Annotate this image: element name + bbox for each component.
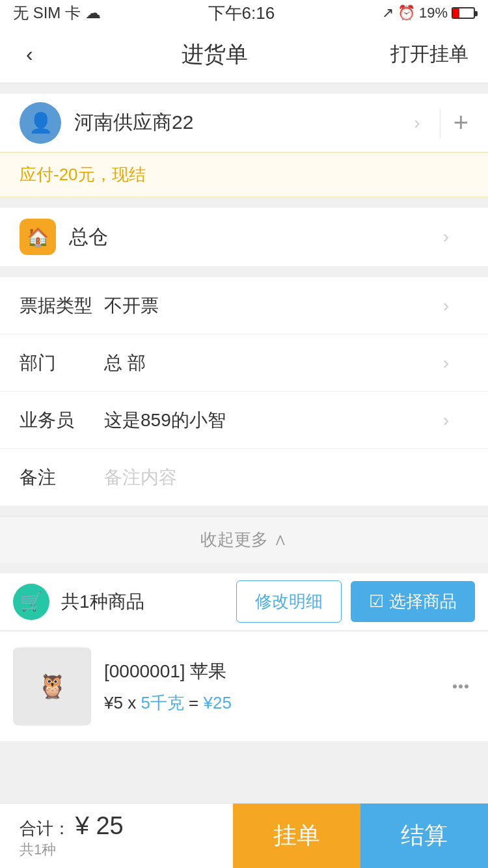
product-info: [0000001] 苹果 ¥5 x 5千克 = ¥25: [104, 659, 446, 714]
page-title: 进货单: [182, 40, 248, 70]
chevron-right-icon: ›: [443, 410, 449, 431]
unit-price: ¥5: [104, 693, 123, 712]
product-count: 共1种商品: [61, 590, 236, 614]
chevron-right-icon: ›: [443, 295, 449, 316]
supplier-card: 👤 河南供应商22 › + 应付-20元，现结: [0, 94, 488, 197]
staff-label: 业务员: [20, 408, 98, 433]
note-row[interactable]: 备注 备注内容: [0, 448, 488, 506]
alarm-icon: ⏰: [398, 5, 415, 21]
warehouse-card[interactable]: 🏠 总仓 ›: [0, 208, 488, 266]
multiply-sign: x: [128, 693, 141, 712]
back-button[interactable]: ‹: [20, 36, 40, 73]
total-amount: ¥ 25: [75, 812, 124, 839]
select-icon: ☑: [369, 591, 384, 612]
chevron-right-icon: ›: [414, 113, 420, 133]
location-icon: ↗: [382, 5, 394, 21]
sim-status: 无 SIM 卡 ☁: [13, 3, 101, 23]
collapse-row[interactable]: 收起更多 ∧: [0, 516, 488, 563]
status-bar: 无 SIM 卡 ☁ 下午6:16 ↗ ⏰ 19%: [0, 0, 488, 26]
cart-icon: 🛒: [20, 591, 43, 612]
product-icon-wrap: 🛒: [13, 584, 49, 620]
chevron-right-icon: ›: [443, 353, 449, 373]
select-label: 选择商品: [389, 590, 457, 613]
battery-text: 19%: [419, 5, 448, 21]
supplier-name: 河南供应商22: [74, 109, 414, 136]
total-price: ¥25: [204, 693, 232, 712]
product-section: 🛒 共1种商品 修改明细 ☑ 选择商品 🦉 [0000001] 苹果 ¥5: [0, 573, 488, 741]
status-right: ↗ ⏰ 19%: [382, 5, 475, 21]
form-card: 票据类型 不开票 › 部门 总 部 › 业务员 这是859的小智 › 备注 备注…: [0, 277, 488, 506]
staff-row[interactable]: 业务员 这是859的小智 ›: [0, 391, 488, 448]
add-button[interactable]: +: [454, 108, 468, 137]
total-count: 共1种: [20, 840, 213, 860]
nav-bar: ‹ 进货单 打开挂单: [0, 26, 488, 83]
ticket-row[interactable]: 票据类型 不开票 ›: [0, 277, 488, 334]
edit-detail-button[interactable]: 修改明细: [236, 580, 342, 623]
supplier-row[interactable]: 👤 河南供应商22 › +: [0, 94, 488, 152]
quantity: 5千克: [141, 693, 183, 712]
note-input[interactable]: 备注内容: [98, 465, 468, 490]
warehouse-icon: 🏠: [27, 226, 49, 248]
dot3: [465, 685, 468, 688]
product-logo: 🦉: [38, 673, 67, 700]
dept-row[interactable]: 部门 总 部 ›: [0, 334, 488, 391]
more-button[interactable]: [446, 678, 475, 695]
status-left: 无 SIM 卡 ☁: [13, 3, 101, 23]
product-header: 🛒 共1种商品 修改明细 ☑ 选择商品: [0, 573, 488, 631]
battery-icon: [452, 7, 475, 19]
ticket-value: 不开票: [98, 293, 443, 318]
user-icon: 👤: [29, 111, 53, 134]
avatar: 👤: [20, 102, 61, 144]
main-content: 👤 河南供应商22 › + 应付-20元，现结 🏠 总仓 › 票据类型 不开票 …: [0, 94, 488, 813]
footer: 合计： ¥ 25 共1种 挂单 结算: [0, 803, 488, 868]
dot2: [459, 685, 463, 688]
product-item: 🦉 [0000001] 苹果 ¥5 x 5千克 = ¥25: [0, 632, 488, 741]
staff-value: 这是859的小智: [98, 408, 443, 433]
product-price: ¥5 x 5千克 = ¥25: [104, 692, 446, 714]
suspend-button[interactable]: 挂单: [233, 804, 360, 869]
note-label: 备注: [20, 465, 98, 490]
warehouse-row[interactable]: 🏠 总仓 ›: [0, 208, 488, 266]
checkout-button[interactable]: 结算: [360, 804, 488, 869]
equals-sign: =: [189, 693, 203, 712]
notice-row: 应付-20元，现结: [0, 152, 488, 197]
dept-label: 部门: [20, 351, 98, 375]
select-product-button[interactable]: ☑ 选择商品: [351, 581, 475, 622]
dept-value: 总 部: [98, 351, 443, 375]
divider: [440, 109, 441, 137]
product-name: [0000001] 苹果: [104, 659, 446, 684]
notice-text: 应付-20元，现结: [20, 165, 146, 184]
warehouse-icon-wrap: 🏠: [20, 219, 56, 255]
total-line: 合计： ¥ 25: [20, 812, 213, 840]
chevron-right-icon: ›: [443, 226, 449, 247]
collapse-text: 收起更多 ∧: [200, 528, 287, 551]
product-code: [0000001]: [104, 661, 185, 681]
ticket-label: 票据类型: [20, 293, 98, 318]
footer-total: 合计： ¥ 25 共1种: [0, 812, 233, 860]
status-time: 下午6:16: [208, 2, 275, 25]
open-suspend-button[interactable]: 打开挂单: [390, 41, 468, 68]
total-label: 合计：: [20, 819, 70, 838]
warehouse-name: 总仓: [69, 224, 443, 251]
product-thumbnail: 🦉: [13, 647, 91, 726]
dot1: [453, 685, 457, 688]
product-title: 苹果: [190, 661, 226, 681]
